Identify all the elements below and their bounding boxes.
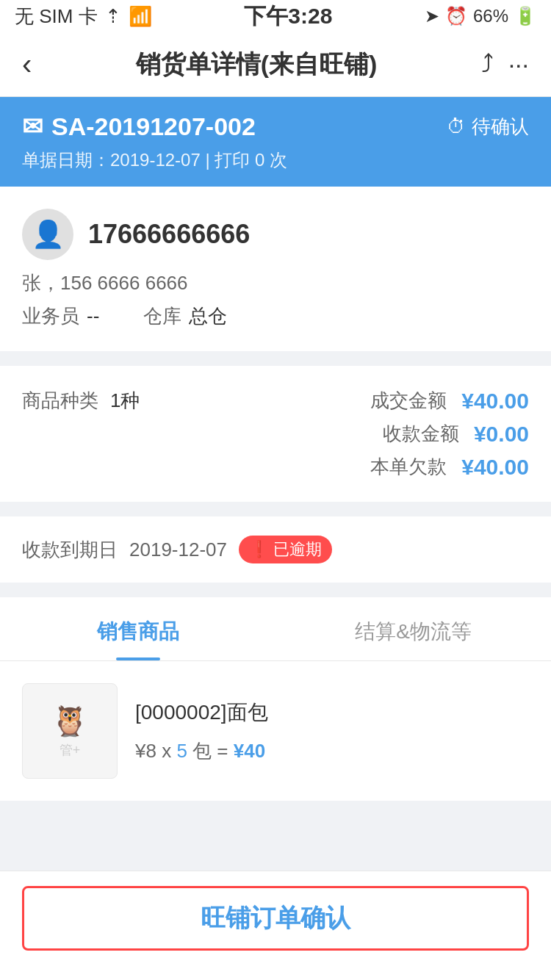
received-row: 收款金额 ¥0.00 bbox=[383, 421, 529, 447]
confirm-btn-label: 旺铺订单确认 bbox=[201, 901, 350, 935]
bottom-btn-area: 旺铺订单确认 bbox=[0, 871, 551, 980]
order-id-text: SA-20191207-002 bbox=[51, 112, 256, 141]
nav-actions: ⤴ ··· bbox=[481, 50, 529, 79]
owed-label: 本单欠款 bbox=[370, 454, 447, 480]
status-time: 下午3:28 bbox=[244, 1, 332, 32]
more-icon[interactable]: ··· bbox=[508, 50, 529, 79]
location-icon: ➤ bbox=[425, 6, 439, 26]
warehouse-item: 仓库 总仓 bbox=[143, 303, 227, 329]
battery-icon: 🔋 bbox=[514, 6, 536, 26]
salesperson-value: -- bbox=[87, 305, 99, 328]
product-section: 🦉 管+ [0000002]面包 ¥8 x 5 包 = ¥40 bbox=[0, 661, 551, 801]
avatar-icon: 👤 bbox=[32, 219, 65, 250]
product-item: 🦉 管+ [0000002]面包 ¥8 x 5 包 = ¥40 bbox=[22, 683, 529, 779]
equals-sign: = bbox=[217, 740, 228, 762]
order-status: ⏱ 待确认 bbox=[447, 114, 529, 140]
tab-settlement-label: 结算&物流等 bbox=[355, 620, 472, 643]
status-right: ➤ ⏰ 66% 🔋 bbox=[425, 6, 536, 26]
wifi-signal: 📶 bbox=[129, 5, 152, 28]
customer-section: 👤 17666666666 张，156 6666 6666 业务员 -- 仓库 … bbox=[0, 187, 551, 351]
overdue-badge: ❗ 已逾期 bbox=[239, 536, 332, 563]
product-name: [0000002]面包 bbox=[135, 699, 529, 727]
product-type-value: 1种 bbox=[110, 388, 140, 414]
owed-value: ¥40.00 bbox=[461, 455, 529, 480]
product-total: ¥40 bbox=[234, 740, 265, 762]
tabs-container: 销售商品 结算&物流等 bbox=[0, 597, 551, 661]
tab-products-label: 销售商品 bbox=[97, 620, 179, 643]
tab-products[interactable]: 销售商品 bbox=[0, 597, 276, 660]
product-image-inner: 🦉 管+ bbox=[51, 704, 88, 759]
confirm-button[interactable]: 旺铺订单确认 bbox=[22, 886, 529, 951]
amounts-column: 成交金额 ¥40.00 收款金额 ¥0.00 本单欠款 ¥40.00 bbox=[370, 388, 529, 480]
tabs: 销售商品 结算&物流等 bbox=[0, 597, 551, 661]
battery-level: 66% bbox=[473, 6, 508, 26]
customer-contact: 张，156 6666 6666 bbox=[22, 270, 529, 296]
tab-settlement[interactable]: 结算&物流等 bbox=[276, 597, 551, 660]
back-button[interactable]: ‹ bbox=[22, 48, 32, 81]
sim-status: 无 SIM 卡 bbox=[15, 4, 98, 29]
status-left: 无 SIM 卡 ⇡ 📶 bbox=[15, 4, 152, 29]
product-unit: 包 bbox=[192, 740, 212, 762]
alarm-icon: ⏰ bbox=[445, 6, 467, 26]
overdue-date: 2019-12-07 bbox=[129, 538, 227, 561]
overdue-badge-text: 已逾期 bbox=[273, 538, 322, 561]
multiply-sign: x bbox=[162, 740, 171, 762]
order-date: 单据日期：2019-12-07 | 打印 0 次 bbox=[22, 148, 529, 172]
product-type-label: 商品种类 bbox=[22, 388, 98, 414]
status-clock-icon: ⏱ bbox=[447, 115, 466, 138]
status-text: 待确认 bbox=[472, 114, 529, 140]
product-qty: 5 bbox=[176, 740, 187, 762]
product-info: [0000002]面包 ¥8 x 5 包 = ¥40 bbox=[135, 699, 529, 764]
overdue-badge-icon: ❗ bbox=[249, 540, 269, 559]
received-value: ¥0.00 bbox=[474, 422, 529, 447]
warehouse-value: 总仓 bbox=[189, 303, 227, 329]
customer-meta: 业务员 -- 仓库 总仓 bbox=[22, 303, 529, 329]
product-type-row: 商品种类 1种 bbox=[22, 388, 140, 414]
salesperson-item: 业务员 -- bbox=[22, 303, 99, 329]
wifi-icon: ⇡ bbox=[105, 5, 121, 28]
summary-section: 商品种类 1种 成交金额 ¥40.00 收款金额 ¥0.00 本单欠款 ¥40.… bbox=[0, 366, 551, 502]
product-image: 🦉 管+ bbox=[22, 683, 118, 779]
product-brand-text: 管+ bbox=[60, 741, 81, 759]
order-id-row: ✉ SA-20191207-002 bbox=[22, 112, 256, 141]
amount-label: 成交金额 bbox=[370, 388, 447, 414]
customer-phone: 17666666666 bbox=[88, 219, 250, 250]
amount-value: ¥40.00 bbox=[461, 389, 529, 414]
overdue-label: 收款到期日 bbox=[22, 537, 118, 563]
product-owl-icon: 🦉 bbox=[51, 704, 88, 738]
order-header: ✉ SA-20191207-002 ⏱ 待确认 单据日期：2019-12-07 … bbox=[0, 97, 551, 187]
avatar: 👤 bbox=[22, 209, 73, 260]
status-bar: 无 SIM 卡 ⇡ 📶 下午3:28 ➤ ⏰ 66% 🔋 bbox=[0, 0, 551, 32]
owed-row: 本单欠款 ¥40.00 bbox=[370, 454, 529, 480]
received-label: 收款金额 bbox=[383, 421, 459, 447]
share-icon[interactable]: ⤴ bbox=[481, 50, 494, 79]
warehouse-label: 仓库 bbox=[143, 303, 181, 329]
overdue-section: 收款到期日 2019-12-07 ❗ 已逾期 bbox=[0, 516, 551, 583]
order-icon: ✉ bbox=[22, 112, 43, 141]
nav-bar: ‹ 销货单详情(来自旺铺) ⤴ ··· bbox=[0, 32, 551, 97]
product-price: ¥8 x 5 包 = ¥40 bbox=[135, 738, 529, 764]
page-title: 销货单详情(来自旺铺) bbox=[136, 48, 378, 82]
amount-row: 成交金额 ¥40.00 bbox=[370, 388, 529, 414]
price-value: ¥8 bbox=[135, 740, 156, 762]
salesperson-label: 业务员 bbox=[22, 303, 79, 329]
